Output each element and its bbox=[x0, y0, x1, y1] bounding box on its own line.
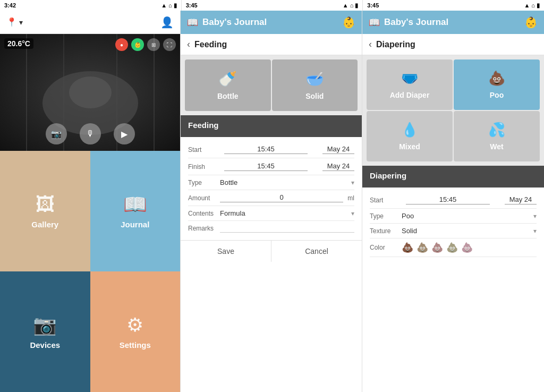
snapshot-button[interactable]: 📷 bbox=[46, 123, 67, 144]
color-swatch-5[interactable]: 💩 bbox=[461, 242, 473, 253]
time-2: 3:45 bbox=[186, 2, 198, 8]
texture-select[interactable]: Solid bbox=[402, 227, 533, 235]
poo-icon: 💩 bbox=[488, 70, 505, 87]
diapering-type-label: Type bbox=[370, 212, 402, 220]
diapering-texture-row: Texture Solid ▾ bbox=[370, 224, 537, 238]
finish-date[interactable]: May 24 bbox=[322, 162, 354, 171]
diapering-form-title: Diapering bbox=[370, 171, 537, 180]
camera-controls-bottom: 📷 🎙 ▶ bbox=[46, 123, 135, 144]
play-button[interactable]: ▶ bbox=[114, 123, 135, 144]
contents-label: Contents bbox=[188, 210, 220, 217]
diapering-section-header: ‹ Diapering bbox=[362, 34, 544, 55]
diapering-back-arrow[interactable]: ‹ bbox=[369, 39, 372, 50]
mixed-cell[interactable]: 💧 Mixed bbox=[367, 111, 453, 161]
mixed-icon: 💧 bbox=[401, 122, 418, 138]
journal-icon: 📖 bbox=[123, 193, 147, 216]
start-date[interactable]: May 24 bbox=[322, 145, 354, 154]
signal-icon-2: ▲ bbox=[343, 2, 348, 8]
camera-person-icon[interactable]: 👤 bbox=[160, 16, 174, 29]
diapering-type-arrow: ▾ bbox=[533, 212, 537, 220]
settings-cell[interactable]: ⚙ Settings bbox=[90, 271, 181, 392]
add-diaper-label: Add Diaper bbox=[390, 91, 430, 99]
diapering-section-title: Diapering bbox=[376, 40, 415, 49]
color-swatches: 💩 💩 💩 💩 💩 bbox=[402, 242, 473, 253]
save-button[interactable]: Save bbox=[181, 241, 271, 262]
amount-value[interactable]: 0 bbox=[220, 193, 343, 202]
main-content: 📍 ▾ 👤 20.6°C ● 👶 ⊞ ⛶ bbox=[0, 11, 544, 392]
wet-cell[interactable]: 💦 Wet bbox=[454, 111, 540, 161]
solid-type-cell[interactable]: 🥣 Solid bbox=[272, 59, 358, 111]
wet-icon: 💦 bbox=[488, 122, 505, 138]
remarks-input[interactable] bbox=[220, 224, 354, 233]
microphone-button[interactable]: 🎙 bbox=[80, 123, 101, 144]
wifi-icon-1: ⌂ bbox=[168, 2, 172, 8]
status-icons-2: ▲ ⌂ ▮ bbox=[343, 2, 359, 9]
add-diaper-cell[interactable]: 🩲 Add Diaper bbox=[367, 59, 453, 110]
feeding-section-header: ‹ Feeding bbox=[181, 34, 362, 55]
type-select[interactable]: Bottle bbox=[220, 178, 351, 186]
feeding-form-body: Start 15:45 May 24 Finish 15:45 May 24 T… bbox=[181, 137, 362, 240]
type-select-arrow: ▾ bbox=[351, 179, 354, 186]
type-label: Type bbox=[188, 179, 220, 186]
home-grid: 🖼 Gallery 📖 Journal 📷 Devices ⚙ Settings bbox=[0, 151, 180, 392]
gallery-cell[interactable]: 🖼 Gallery bbox=[0, 151, 90, 271]
time-3: 3:45 bbox=[367, 2, 379, 8]
panel-feeding: 📖 Baby's Journal 👶 ‹ Feeding 🍼 Bottle 🥣 … bbox=[181, 11, 362, 392]
diapering-start-time[interactable]: 15:45 bbox=[406, 195, 490, 204]
start-time[interactable]: 15:45 bbox=[224, 145, 308, 154]
diapering-start-date[interactable]: May 24 bbox=[505, 195, 537, 204]
diapering-type-select[interactable]: Poo bbox=[402, 212, 533, 220]
fullscreen-button[interactable]: ⛶ bbox=[163, 38, 176, 51]
camera-controls-top: ● 👶 ⊞ ⛶ bbox=[115, 38, 176, 51]
solid-icon: 🥣 bbox=[305, 70, 324, 88]
feeding-start-row: Start 15:45 May 24 bbox=[188, 141, 354, 158]
camera-header-left: 📍 ▾ bbox=[6, 17, 23, 27]
start-label: Start bbox=[188, 146, 220, 154]
status-section-3: 3:45 ▲ ⌂ ▮ bbox=[363, 0, 544, 11]
settings-label: Settings bbox=[120, 340, 151, 350]
contents-select[interactable]: Formula bbox=[220, 209, 351, 217]
diapering-type-grid: 🩲 Add Diaper 💩 Poo 💧 Mixed 💦 Wet bbox=[362, 55, 544, 166]
battery-icon-2: ▮ bbox=[355, 2, 358, 9]
bottle-icon: 🍼 bbox=[218, 70, 237, 88]
signal-icon-3: ▲ bbox=[524, 2, 530, 8]
diapering-start-row: Start 15:45 May 24 bbox=[370, 192, 537, 209]
camera-panel-header: 📍 ▾ 👤 bbox=[0, 11, 180, 34]
status-icons-3: ▲ ⌂ ▮ bbox=[524, 2, 540, 9]
bottle-label: Bottle bbox=[217, 92, 239, 100]
amount-label: Amount bbox=[188, 194, 220, 202]
contents-select-arrow: ▾ bbox=[351, 210, 354, 217]
wifi-icon-2: ⌂ bbox=[350, 2, 354, 8]
panel-camera: 📍 ▾ 👤 20.6°C ● 👶 ⊞ ⛶ bbox=[0, 11, 181, 392]
record-button[interactable]: ● bbox=[115, 38, 128, 51]
solid-label: Solid bbox=[305, 92, 324, 100]
feeding-back-arrow[interactable]: ‹ bbox=[187, 39, 190, 50]
diapering-journal-title-text: Baby's Journal bbox=[384, 17, 448, 28]
diapering-profile-icon[interactable]: 👶 bbox=[524, 16, 538, 29]
devices-cell[interactable]: 📷 Devices bbox=[0, 271, 90, 392]
camera-feed: 20.6°C ● 👶 ⊞ ⛶ 📷 🎙 ▶ bbox=[0, 34, 180, 151]
devices-icon: 📷 bbox=[33, 314, 57, 336]
color-label: Color bbox=[370, 244, 402, 251]
cancel-button[interactable]: Cancel bbox=[271, 241, 362, 262]
panel-diapering: 📖 Baby's Journal 👶 ‹ Diapering 🩲 Add Dia… bbox=[362, 11, 544, 392]
feeding-contents-row: Contents Formula ▾ bbox=[188, 206, 354, 221]
grid-button[interactable]: ⊞ bbox=[147, 38, 160, 51]
temperature-badge: 20.6°C bbox=[4, 38, 33, 49]
settings-icon: ⚙ bbox=[126, 314, 143, 336]
feeding-journal-header: 📖 Baby's Journal 👶 bbox=[181, 11, 362, 34]
bottle-type-cell[interactable]: 🍼 Bottle bbox=[185, 59, 271, 111]
finish-time[interactable]: 15:45 bbox=[224, 162, 308, 171]
color-swatch-2[interactable]: 💩 bbox=[416, 242, 428, 253]
journal-cell[interactable]: 📖 Journal bbox=[90, 151, 181, 271]
feeding-form-title: Feeding bbox=[188, 121, 354, 130]
poo-cell[interactable]: 💩 Poo bbox=[454, 59, 540, 110]
add-diaper-icon: 🩲 bbox=[401, 70, 418, 87]
color-swatch-1[interactable]: 💩 bbox=[402, 242, 413, 253]
feeding-profile-icon[interactable]: 👶 bbox=[342, 16, 355, 29]
color-swatch-4[interactable]: 💩 bbox=[446, 242, 458, 253]
color-swatch-3[interactable]: 💩 bbox=[431, 242, 443, 253]
baby-monitor-button[interactable]: 👶 bbox=[131, 38, 144, 51]
diapering-color-row: Color 💩 💩 💩 💩 💩 bbox=[370, 238, 537, 257]
amount-unit: ml bbox=[347, 194, 354, 202]
